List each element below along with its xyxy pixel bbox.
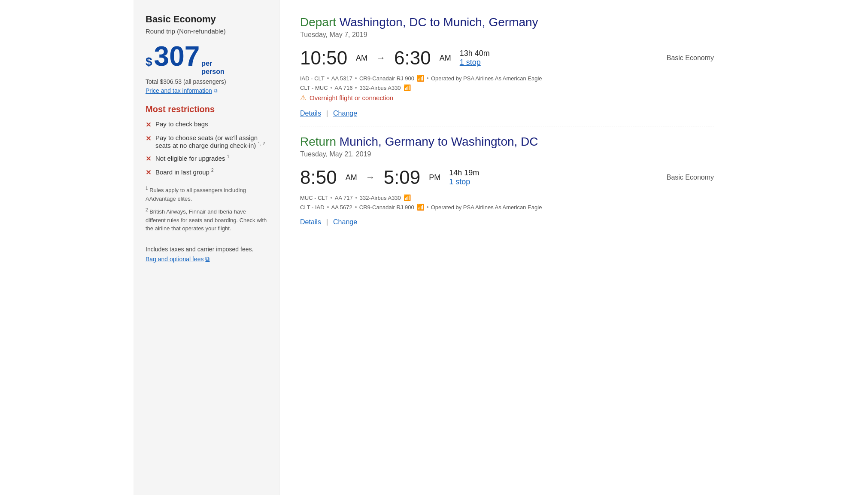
return-title: Return Munich, Germany to Washington, DC (300, 135, 714, 149)
return-fare-class-label: Basic Economy (667, 174, 714, 181)
price-tax-link[interactable]: Price and tax information ⧉ (146, 87, 218, 94)
dot-separator (355, 197, 357, 199)
wifi-icon: 📶 (404, 194, 411, 201)
action-separator: | (326, 218, 328, 226)
external-link-icon: ⧉ (214, 88, 218, 94)
return-date: Tuesday, May 21, 2019 (300, 150, 714, 158)
return-depart-time: 8:50 (300, 167, 337, 188)
x-icon: ✕ (146, 168, 151, 177)
arrow-icon: → (366, 172, 375, 183)
return-action-row: Details | Change (300, 218, 714, 226)
return-duration-block: 14h 19m 1 stop (449, 168, 479, 186)
footnote-1: 1 Rules apply to all passengers includin… (146, 185, 267, 203)
dot-separator (355, 206, 357, 208)
plan-title: Basic Economy (146, 14, 267, 25)
dot-separator (427, 77, 428, 79)
x-icon: ✕ (146, 134, 151, 143)
return-change-link[interactable]: Change (333, 218, 357, 226)
footnotes: 1 Rules apply to all passengers includin… (146, 185, 267, 232)
depart-action-row: Details | Change (300, 110, 714, 117)
stop-link[interactable]: 1 stop (460, 58, 481, 67)
depart-word: Depart (300, 15, 336, 29)
list-item: ✕ Board in last group 2 (146, 168, 267, 177)
fare-class-label: Basic Economy (667, 54, 714, 62)
arrive-ampm: AM (440, 54, 451, 63)
depart-header: Depart Washington, DC to Munich, Germany… (300, 15, 714, 39)
return-word: Return (300, 135, 336, 148)
segment1-info: IAD - CLT AA 5317 CR9-Canadair RJ 900 📶 … (300, 75, 714, 82)
x-icon: ✕ (146, 155, 151, 163)
price-row: $ 307 perperson (146, 43, 267, 76)
wifi-icon: 📶 (417, 75, 424, 82)
dot-separator (331, 87, 332, 89)
return-depart-ampm: AM (346, 173, 357, 182)
arrow-icon: → (376, 52, 385, 64)
duration-block: 13h 40m 1 stop (460, 49, 490, 67)
return-details-link[interactable]: Details (300, 218, 321, 226)
return-section: Return Munich, Germany to Washington, DC… (300, 135, 714, 235)
includes-label: Includes taxes and carrier imposed fees. (146, 246, 267, 253)
return-segment2-info: CLT - IAD AA 5672 CR9-Canadair RJ 900 📶 … (300, 204, 714, 211)
action-separator: | (326, 110, 328, 117)
depart-ampm: AM (356, 54, 367, 63)
list-item: ✕ Pay to check bags (146, 120, 267, 129)
return-stop-link[interactable]: 1 stop (449, 177, 470, 186)
left-panel: Basic Economy Round trip (Non-refundable… (134, 0, 279, 495)
depart-details-link[interactable]: Details (300, 110, 321, 117)
depart-change-link[interactable]: Change (333, 110, 357, 117)
footnote-2: 2 British Airways, Finnair and Iberia ha… (146, 207, 267, 233)
depart-times-row: 10:50 AM → 6:30 AM 13h 40m 1 stop Basic … (300, 47, 714, 69)
bag-fees-link[interactable]: Bag and optional fees ⧉ (146, 255, 209, 263)
return-route: Munich, Germany to Washington, DC (340, 135, 538, 148)
overnight-warning: ⚠ Overnight flight or connection (300, 94, 714, 102)
x-icon: ✕ (146, 121, 151, 129)
price-amount: 307 (154, 43, 200, 70)
restrictions-title: Most restrictions (146, 104, 267, 114)
dot-separator (355, 87, 357, 89)
dot-separator (327, 77, 329, 79)
wifi-icon: 📶 (404, 84, 411, 91)
dot-separator (331, 197, 332, 199)
return-arrive-time: 5:09 (384, 167, 421, 188)
return-header: Return Munich, Germany to Washington, DC… (300, 135, 714, 158)
arrive-time: 6:30 (394, 47, 431, 69)
external-link-icon: ⧉ (205, 255, 209, 263)
dot-separator (427, 206, 428, 208)
wifi-icon: 📶 (417, 204, 424, 211)
return-duration-text: 14h 19m (449, 168, 479, 177)
warning-triangle-icon: ⚠ (300, 94, 306, 102)
dot-separator (327, 206, 329, 208)
dot-separator (355, 77, 357, 79)
price-dollar: $ (146, 55, 152, 69)
right-panel: Depart Washington, DC to Munich, Germany… (279, 0, 734, 495)
list-item: ✕ Not eligible for upgrades 1 (146, 154, 267, 163)
price-per-person: perperson (201, 59, 224, 76)
return-arrive-ampm: PM (429, 173, 440, 182)
depart-date: Tuesday, May 7, 2019 (300, 31, 714, 39)
return-segment1-info: MUC - CLT AA 717 332-Airbus A330 📶 (300, 194, 714, 201)
depart-title: Depart Washington, DC to Munich, Germany (300, 15, 714, 29)
segment2-info: CLT - MUC AA 716 332-Airbus A330 📶 (300, 84, 714, 91)
depart-time: 10:50 (300, 47, 347, 69)
return-times-row: 8:50 AM → 5:09 PM 14h 19m 1 stop Basic E… (300, 167, 714, 188)
total-label: Total $306.53 (all passengers) (146, 78, 267, 85)
depart-route: Washington, DC to Munich, Germany (340, 15, 538, 29)
list-item: ✕ Pay to choose seats (or we'll assign s… (146, 134, 267, 149)
duration-text: 13h 40m (460, 49, 490, 58)
depart-section: Depart Washington, DC to Munich, Germany… (300, 15, 714, 126)
round-trip-label: Round trip (Non-refundable) (146, 28, 267, 35)
restriction-list: ✕ Pay to check bags ✕ Pay to choose seat… (146, 120, 267, 177)
